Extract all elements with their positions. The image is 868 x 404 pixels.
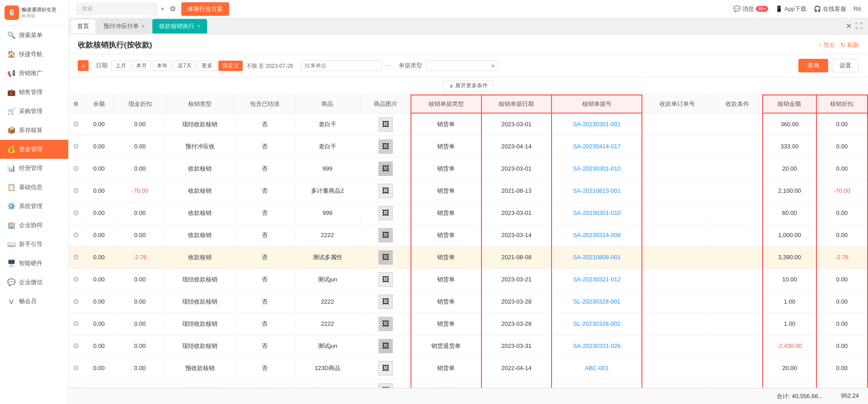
export-label: 导出	[823, 41, 835, 49]
table-row: ⚙ 0.00 -2.76 收款核销 否 测试多属性 🖼 销货单 2021-08-…	[69, 246, 868, 268]
more-dates-btn[interactable]: 更多	[198, 61, 217, 71]
tabs-controls: ✕ ⛶	[846, 22, 866, 30]
vv-no-link[interactable]: SL-20230328-002	[573, 320, 620, 327]
row-co-no	[642, 313, 712, 335]
this-month-btn[interactable]: 本月	[132, 61, 151, 71]
sidebar-item-system[interactable]: ⚙️系统管理	[0, 197, 68, 216]
user-profile[interactable]: Rit	[854, 5, 861, 12]
vv-no-link[interactable]: SA-20230331-026	[573, 342, 621, 349]
inventory-nav-label: 库存核算	[19, 126, 42, 134]
row-payment-terms	[712, 335, 763, 357]
sidebar-item-enterprise[interactable]: 🏢企业协同	[0, 216, 68, 235]
row-amount: 360.00	[763, 113, 816, 135]
sidebar-item-marketing[interactable]: 📢营销推广	[0, 64, 68, 83]
row-gear[interactable]: ⚙	[69, 135, 83, 157]
tab-collection[interactable]: 收款核销执行 ×	[152, 19, 207, 33]
date-filter-group: 日期 上月 本月 本年 近7天 更多 自定义 不限 至 2023-07-26	[96, 61, 293, 71]
row-gear[interactable]: ⚙	[69, 313, 83, 335]
row-gear[interactable]: ⚙	[69, 180, 83, 202]
vv-no-link[interactable]: SA-20230301-010	[573, 209, 621, 216]
data-table-area: ⚙ 余额 现金折扣 核销类型 包含已结清 商品 商品图片 核销单据类型 核销单据…	[69, 95, 868, 388]
sidebar-item-inventory[interactable]: 📦库存核算	[0, 121, 68, 140]
vv-no-link[interactable]: SA-20230301-001	[573, 121, 621, 128]
vv-no-link[interactable]: SA-20230414-017	[573, 143, 621, 150]
voucher-type-select[interactable]	[426, 60, 498, 71]
product-image: 🖼	[378, 361, 393, 375]
refresh-button[interactable]: ↻ 刷新	[840, 41, 859, 49]
tab-expand-icon[interactable]: ⛶	[855, 22, 863, 30]
vv-no-link[interactable]: SA-20230301-010	[573, 165, 621, 172]
app-download-button[interactable]: 📱 App下载	[775, 5, 807, 13]
sales-nav-icon: 💼	[7, 88, 15, 96]
row-balance: 0.00	[83, 157, 115, 180]
partner-input[interactable]	[301, 60, 382, 71]
row-cash-discount: 0.00	[115, 202, 165, 224]
row-balance: 0.00	[83, 290, 115, 313]
messages-button[interactable]: 💬 消息 99+	[733, 5, 768, 13]
filter-collapse-btn[interactable]: »	[78, 60, 89, 71]
industry-solution-button[interactable]: 体验行业方案	[181, 2, 229, 16]
row-co-no	[642, 135, 712, 157]
row-gear[interactable]: ⚙	[69, 357, 83, 379]
row-balance: 0.00	[83, 224, 115, 246]
expand-bar: ∨ 展开更多条件	[69, 77, 868, 95]
vv-no-link[interactable]: SA-20210813-001	[573, 187, 621, 194]
sidebar-item-quick-nav[interactable]: 🏠快捷导航	[0, 45, 68, 64]
tab-prepay[interactable]: 预付冲应付单 ×	[97, 19, 151, 33]
tab-close-all-icon[interactable]: ✕	[846, 22, 852, 30]
row-payment-terms	[712, 313, 763, 335]
table-row: ⚙ 0.00 0.00 收款核销 否 2222 🖼 销货单 2023-03-14…	[69, 224, 868, 246]
last-month-btn[interactable]: 上月	[111, 61, 130, 71]
sidebar-item-guide[interactable]: 📖新手引导	[0, 235, 68, 254]
sidebar-item-basic-info[interactable]: 📋基础信息	[0, 178, 68, 197]
row-vv-date: 2022-04-14	[481, 357, 552, 379]
row-amount: 3,390.00	[763, 246, 816, 268]
expand-conditions-button[interactable]: ∨ 展开更多条件	[443, 80, 494, 91]
row-vv-no: SA-20210813-001	[552, 180, 642, 202]
row-gear[interactable]: ⚙	[69, 268, 83, 290]
vv-no-link[interactable]: SA-20210808-001	[573, 254, 621, 261]
sidebar-item-wechat[interactable]: 💬企业微信	[0, 273, 68, 292]
tab-prepay-close[interactable]: ×	[142, 23, 145, 29]
row-payment-terms	[712, 357, 763, 379]
row-gear[interactable]: ⚙	[69, 379, 83, 388]
sidebar-item-purchase[interactable]: 🛒采购管理	[0, 102, 68, 121]
sidebar-item-operations[interactable]: 📊经营管理	[0, 159, 68, 178]
last-7days-btn[interactable]: 近7天	[174, 61, 196, 71]
row-gear[interactable]: ⚙	[69, 246, 83, 268]
tab-collection-close[interactable]: ×	[197, 23, 200, 29]
sidebar-item-search[interactable]: 🔍搜索菜单	[0, 26, 68, 45]
export-button[interactable]: ↑ 导出	[819, 41, 835, 49]
filter-bar: » 日期 上月 本月 本年 近7天 更多 自定义 不限 至 2023-07-26	[69, 54, 868, 77]
date-filter-label: 日期	[96, 62, 108, 70]
vv-no-link[interactable]: SA-20230314-008	[573, 232, 621, 238]
vv-no-link[interactable]: SA-20230321-012	[573, 276, 621, 283]
custom-date-btn[interactable]: 自定义	[218, 61, 243, 71]
sidebar-item-vip[interactable]: V畅会员	[0, 292, 68, 311]
topbar-gear-icon[interactable]: ⚙	[170, 5, 176, 13]
row-gear[interactable]: ⚙	[69, 113, 83, 135]
row-co-no	[642, 157, 712, 180]
row-gear[interactable]: ⚙	[69, 290, 83, 313]
quick-nav-nav-icon: 🏠	[7, 50, 15, 58]
sidebar-item-hardware[interactable]: 🖥️智能硬件	[0, 254, 68, 273]
row-gear[interactable]: ⚙	[69, 157, 83, 180]
row-gear[interactable]: ⚙	[69, 224, 83, 246]
row-vv-no: SL-20230328-001	[552, 290, 642, 313]
row-product-image: 🖼	[360, 135, 411, 157]
sidebar-item-sales[interactable]: 💼销售管理	[0, 83, 68, 102]
this-year-btn[interactable]: 本年	[153, 61, 172, 71]
row-gear[interactable]: ⚙	[69, 335, 83, 357]
row-gear[interactable]: ⚙	[69, 202, 83, 224]
tab-home[interactable]: 首页	[71, 19, 96, 33]
query-button[interactable]: 查询	[798, 59, 828, 72]
sidebar-item-finance[interactable]: 💰资金管理	[0, 140, 68, 159]
row-amount: 20.00	[763, 157, 816, 180]
row-vv-date: 2021-08-08	[481, 246, 552, 268]
row-verify-type: 现结收款核销	[165, 335, 235, 357]
online-service-button[interactable]: 🎧 在线客服	[814, 5, 846, 13]
topbar-dropdown-arrow[interactable]: ▾	[161, 5, 164, 12]
vv-no-link[interactable]: ABC-001	[585, 365, 609, 371]
vv-no-link[interactable]: SL-20230328-001	[573, 298, 620, 305]
setting-button[interactable]: 设置	[832, 59, 859, 72]
